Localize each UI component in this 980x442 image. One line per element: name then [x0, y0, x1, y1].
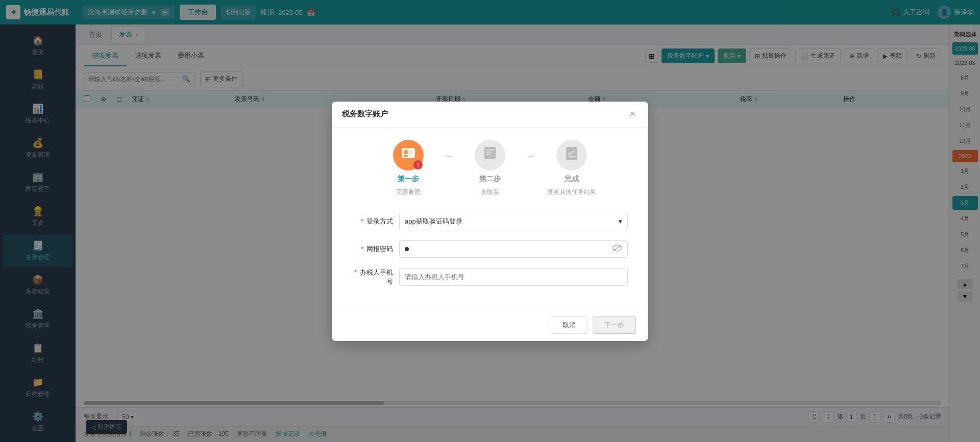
step-3-desc: 查看具体任务结果 — [547, 188, 596, 197]
next-button[interactable]: 下一步 — [593, 316, 636, 334]
step-2: 第二步 去取票 — [454, 140, 526, 197]
chevron-down-icon: ▾ — [619, 217, 622, 225]
form-row-password: * 网报密码 — [352, 240, 628, 258]
svg-rect-5 — [484, 147, 496, 159]
step-2-desc: 去取票 — [481, 188, 499, 197]
svg-rect-7 — [486, 152, 492, 153]
step-3: 完成 查看具体任务结果 — [536, 140, 607, 197]
cancel-button[interactable]: 取消 — [551, 316, 587, 334]
step-1-icon-wrap: ! — [393, 140, 424, 170]
phone-label: * 办税人手机号 — [352, 268, 393, 286]
step-2-label: 第二步 — [479, 175, 501, 184]
step-2-icon-wrap — [475, 140, 505, 170]
step-arrow-1: → — [444, 140, 454, 162]
modal-close-button[interactable]: × — [627, 109, 638, 120]
modal-footer: 取消 下一步 — [332, 309, 648, 341]
password-label: * 网报密码 — [352, 244, 393, 254]
step-1: ! 第一步 完善账密 — [373, 140, 444, 197]
svg-point-1 — [404, 150, 408, 154]
modal-dialog: 税务数字账户 × — [332, 102, 648, 341]
password-field[interactable] — [399, 240, 628, 258]
step-3-icon-wrap — [556, 140, 587, 170]
step-1-desc: 完善账密 — [396, 188, 421, 197]
steps-row: ! 第一步 完善账密 → — [352, 140, 628, 197]
modal-header: 税务数字账户 × — [332, 102, 648, 128]
svg-rect-3 — [409, 151, 413, 152]
svg-rect-8 — [486, 154, 491, 155]
pwd-dot — [405, 247, 409, 251]
form-row-phone: * 办税人手机号 — [352, 268, 628, 286]
modal-overlay: 税务数字账户 × — [0, 0, 980, 442]
svg-rect-10 — [568, 156, 576, 157]
step-1-icon — [401, 145, 416, 164]
modal-title: 税务数字账户 — [342, 109, 388, 119]
login-method-label: * 登录方式 — [352, 217, 393, 226]
step-arrow-2: → — [526, 140, 536, 162]
svg-rect-6 — [486, 150, 494, 151]
form-row-login-method: * 登录方式 app获取验证码登录 ▾ — [352, 213, 628, 230]
login-method-select[interactable]: app获取验证码登录 ▾ — [399, 213, 628, 230]
svg-rect-0 — [402, 148, 415, 158]
modal-body: ! 第一步 完善账密 → — [332, 128, 648, 309]
phone-input[interactable] — [405, 273, 622, 281]
step-1-error-badge: ! — [413, 160, 423, 169]
svg-rect-4 — [409, 153, 412, 154]
step-3-icon — [564, 145, 579, 164]
step-3-label: 完成 — [565, 175, 579, 184]
step-2-icon — [482, 145, 498, 164]
step-1-label: 第一步 — [398, 175, 419, 184]
eye-toggle-icon[interactable] — [612, 244, 622, 254]
phone-input-wrap[interactable] — [399, 268, 628, 286]
svg-rect-2 — [404, 155, 408, 157]
